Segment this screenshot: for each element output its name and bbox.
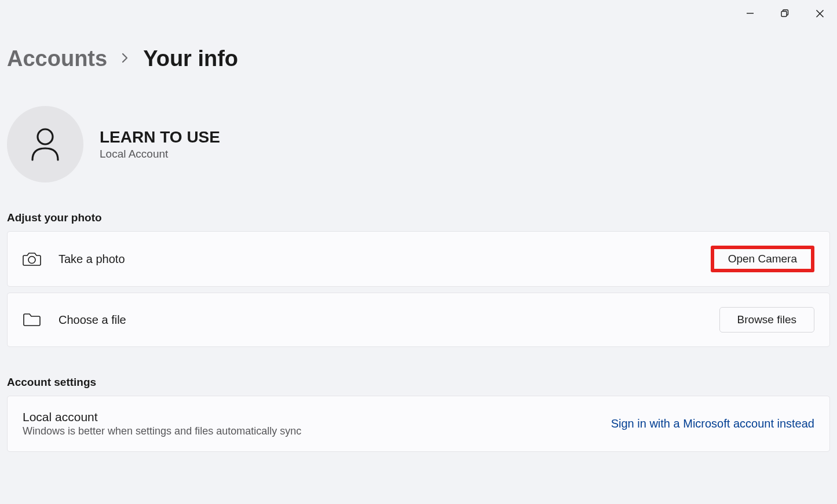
take-photo-card: Take a photo Open Camera <box>7 231 830 287</box>
local-account-title: Local account <box>23 410 301 424</box>
profile-section: LEARN TO USE Local Account <box>7 106 830 182</box>
maximize-button[interactable] <box>767 5 802 22</box>
take-photo-label: Take a photo <box>59 253 125 266</box>
local-account-sub: Windows is better when settings and file… <box>23 425 301 437</box>
avatar <box>7 106 83 182</box>
close-button[interactable] <box>802 5 837 22</box>
svg-point-5 <box>38 129 53 144</box>
browse-files-button[interactable]: Browse files <box>719 307 814 333</box>
section-title-adjust-photo: Adjust your photo <box>7 211 830 224</box>
sign-in-microsoft-link[interactable]: Sign in with a Microsoft account instead <box>611 417 814 430</box>
local-account-card: Local account Windows is better when set… <box>7 396 830 452</box>
choose-file-label: Choose a file <box>59 313 126 327</box>
breadcrumb-parent[interactable]: Accounts <box>7 46 107 71</box>
profile-type: Local Account <box>100 148 220 160</box>
breadcrumb-current: Your info <box>143 46 238 71</box>
breadcrumb: Accounts Your info <box>7 46 830 71</box>
folder-icon <box>23 312 41 327</box>
choose-file-card: Choose a file Browse files <box>7 293 830 347</box>
camera-icon <box>23 251 41 267</box>
open-camera-button[interactable]: Open Camera <box>711 246 814 272</box>
svg-point-6 <box>28 257 35 264</box>
profile-name: LEARN TO USE <box>100 128 220 147</box>
section-title-account-settings: Account settings <box>7 376 830 389</box>
svg-rect-2 <box>781 12 787 17</box>
user-icon <box>30 127 61 161</box>
minimize-button[interactable] <box>733 5 767 22</box>
chevron-right-icon <box>121 52 129 66</box>
